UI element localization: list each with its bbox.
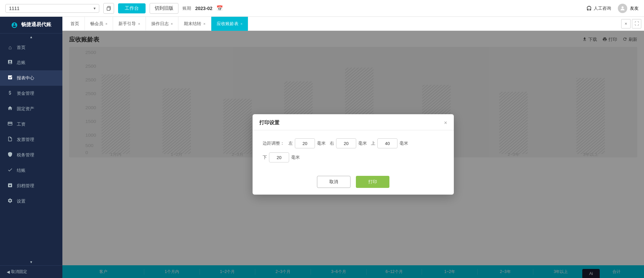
sidebar-item-tax[interactable]: 税务管理 (0, 147, 62, 163)
margin-bottom-group: 下 毫米 (263, 152, 300, 162)
tab-label: 首页 (70, 21, 79, 27)
period-prefix-label: 账期 (182, 5, 191, 11)
salary-icon (7, 121, 13, 128)
svg-rect-0 (107, 7, 110, 10)
tab-close-guide[interactable]: × (138, 22, 140, 26)
consult-label: 人工咨询 (594, 5, 611, 11)
sidebar-item-label: 首页 (17, 45, 25, 51)
tab-close-member[interactable]: × (105, 22, 107, 26)
left-prefix: 左 (288, 140, 293, 146)
ledger-icon (7, 59, 13, 66)
tab-oplog[interactable]: 操作日志 × (146, 17, 178, 31)
sidebar-item-label: 工资 (17, 121, 25, 127)
right-margin-input[interactable] (336, 138, 356, 148)
cancel-print-button[interactable]: 取消 (317, 176, 351, 188)
copy-button[interactable] (103, 3, 114, 14)
home-icon: ⌂ (7, 45, 13, 51)
tab-member[interactable]: 畅会员 × (85, 17, 113, 31)
modal-body: 边距调整： 左 毫米 右 毫米 (253, 130, 454, 170)
tab-maximize-button[interactable]: ⛶ (632, 19, 641, 28)
sidebar-item-label: 结账 (17, 167, 25, 173)
sidebar-item-label: 发票管理 (17, 137, 34, 143)
margin-left-group: 左 毫米 (288, 138, 326, 148)
sidebar-item-label: 报表中心 (17, 75, 34, 81)
tab-home[interactable]: 首页 (65, 17, 85, 31)
company-name: 1111 (9, 6, 92, 11)
settings-icon (7, 198, 13, 205)
workbench-button[interactable]: 工作台 (118, 3, 146, 13)
modal-header: 打印设置 × (253, 114, 454, 130)
sidebar-item-label: 总账 (17, 60, 25, 66)
cancel-fixed-button[interactable]: ◀ 取消固定 (0, 265, 62, 278)
main-content: 首页 畅会员 × 新手引导 × 操作日志 × 期末结转 × 应收账龄表 × (62, 17, 644, 278)
page-area: 应收账龄表 下载 打印 (62, 31, 644, 278)
top-header: 1111 ▾ 工作台 切到旧版 账期 2023-02 📅 🎧 人工咨询 友友 (0, 0, 644, 17)
main-layout: 畅捷通易代账 ▲ ⌂ 首页 总账 报表中心 (0, 17, 644, 278)
company-selector[interactable]: 1111 ▾ (5, 4, 99, 13)
tab-label: 应收账龄表 (217, 21, 238, 27)
margin-top-group: 上 毫米 (371, 138, 408, 148)
tab-aging[interactable]: 应收账龄表 × (211, 17, 248, 31)
modal-close-button[interactable]: × (444, 120, 447, 126)
sidebar-item-asset[interactable]: 固定资产 (0, 101, 62, 117)
svg-point-1 (622, 6, 624, 8)
sidebar-item-ledger[interactable]: 总账 (0, 55, 62, 70)
sidebar-item-fund[interactable]: 资金管理 (0, 86, 62, 101)
sidebar-item-checkout[interactable]: 结账 (0, 163, 62, 178)
sidebar-item-report[interactable]: 报表中心 (0, 70, 62, 86)
period-value: 2023-02 (195, 6, 212, 11)
left-margin-input[interactable] (295, 138, 315, 148)
modal-title: 打印设置 (259, 120, 279, 126)
tab-close-period-end[interactable]: × (203, 22, 205, 26)
checkout-icon (7, 167, 13, 174)
sidebar-item-label: 归档管理 (17, 183, 34, 189)
tab-label: 期末结转 (184, 21, 201, 27)
tax-icon (7, 152, 13, 158)
tab-label: 新手引导 (118, 21, 136, 27)
right-prefix: 右 (330, 140, 334, 146)
sidebar-item-label: 设置 (17, 198, 25, 204)
modal-footer: 取消 打印 (253, 170, 454, 195)
report-icon (7, 75, 13, 81)
consult-button[interactable]: 🎧 人工咨询 (586, 5, 611, 11)
margin-right-group: 右 毫米 (330, 138, 367, 148)
modal-overlay: 打印设置 × 边距调整： 左 毫米 右 (62, 31, 644, 278)
sidebar-item-salary[interactable]: 工资 (0, 117, 62, 132)
old-version-button[interactable]: 切到旧版 (150, 3, 178, 14)
user-info[interactable]: 友友 (618, 4, 639, 13)
top-prefix: 上 (371, 140, 375, 146)
margin-label: 边距调整： (263, 140, 284, 146)
sidebar-scroll-up[interactable]: ▲ (0, 33, 62, 40)
tab-bar: 首页 畅会员 × 新手引导 × 操作日志 × 期末结转 × 应收账龄表 × (62, 17, 644, 31)
sidebar-item-archive[interactable]: 归档管理 (0, 178, 62, 194)
pin-icon: ◀ (7, 270, 10, 274)
tab-close-window-button[interactable]: × (621, 19, 631, 28)
calendar-icon[interactable]: 📅 (216, 5, 223, 11)
right-unit: 毫米 (358, 140, 367, 146)
tab-guide[interactable]: 新手引导 × (113, 17, 146, 31)
top-margin-input[interactable] (377, 138, 397, 148)
sidebar: 畅捷通易代账 ▲ ⌂ 首页 总账 报表中心 (0, 17, 62, 278)
header-right: 🎧 人工咨询 友友 (586, 4, 639, 13)
tab-actions: × ⛶ (621, 19, 641, 28)
chevron-down-icon: ▾ (94, 6, 96, 11)
tab-period-end[interactable]: 期末结转 × (178, 17, 211, 31)
tab-close-aging[interactable]: × (240, 22, 243, 26)
top-unit: 毫米 (399, 140, 408, 146)
asset-icon (7, 106, 13, 112)
confirm-print-button[interactable]: 打印 (356, 176, 389, 188)
sidebar-item-home[interactable]: ⌂ 首页 (0, 40, 62, 55)
sidebar-item-label: 固定资产 (17, 106, 34, 112)
left-unit: 毫米 (317, 140, 326, 146)
archive-icon (7, 183, 13, 189)
sidebar-scroll-down[interactable]: ▼ (0, 259, 62, 265)
sidebar-item-settings[interactable]: 设置 (0, 194, 62, 209)
sidebar-nav: ⌂ 首页 总账 报表中心 资金管理 (0, 40, 62, 259)
tab-close-oplog[interactable]: × (171, 22, 173, 26)
sidebar-item-label: 资金管理 (17, 90, 34, 96)
sidebar-item-invoice[interactable]: 发票管理 (0, 132, 62, 147)
bottom-prefix: 下 (263, 154, 267, 160)
user-label: 友友 (630, 5, 639, 11)
sidebar-item-label: 税务管理 (17, 152, 34, 158)
bottom-margin-input[interactable] (269, 152, 289, 162)
